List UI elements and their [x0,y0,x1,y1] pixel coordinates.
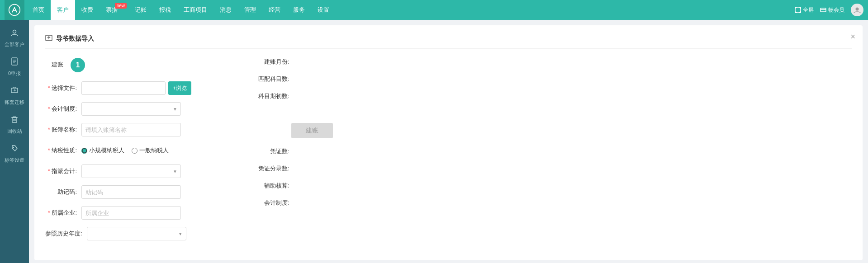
reference-year-select-wrap: ▼ [87,227,186,240]
radio-small-scale-label: 小规模纳税人 [89,146,124,155]
sidebar-item-recycle[interactable]: 回收站 [0,110,29,139]
aux-code-input[interactable] [81,185,181,199]
right-accounting-system-label: 会计制度: [253,199,294,207]
logo[interactable] [5,0,24,20]
tag-icon [10,144,19,155]
initial-subjects-row: 科目期初数: [253,92,371,100]
top-nav: 首页 客户 收费 票据 new 记账 报税 工商项目 消息 管理 经营 服务 设… [0,0,868,20]
step-label: 建账 [45,58,63,69]
voucher-count-row: 凭证数: [253,147,371,155]
nav-operation[interactable]: 经营 [262,0,287,20]
form-right: 建账月份: 匹配科目数: 科目期初数: 建账 [235,58,371,248]
aux-code-label: 助记码: [45,188,81,196]
member-label: 畅会员 [828,6,844,14]
import-card: 导爷数据导入 × 建账 1 选择文件: [34,25,863,260]
voucher-entries-label: 凭证分录数: [253,164,294,173]
svg-point-0 [9,5,20,16]
setup-month-label: 建账月份: [253,58,294,66]
voucher-entries-row: 凭证分录数: [253,164,371,173]
ledger-name-label: 账簿名称: [45,126,81,134]
right-accounting-system-row: 会计制度: [253,199,371,207]
nav-bookkeeping[interactable]: 记账 [128,0,153,20]
svg-point-8 [13,147,14,148]
accounting-system-select[interactable] [81,102,181,116]
svg-point-3 [856,8,859,11]
radio-small-scale[interactable]: 小规模纳税人 [81,146,124,155]
all-customers-icon [10,28,19,39]
sidebar: 全部客户 0申报 账套迁移 [0,20,29,263]
svg-rect-2 [821,8,826,12]
aux-accounting-label: 辅助核算: [253,182,294,190]
radio-general-label: 一般纳税人 [139,146,169,155]
nav-home[interactable]: 首页 [26,0,51,20]
new-badge: new [115,3,127,9]
radio-general[interactable]: 一般纳税人 [132,146,169,155]
nav-invoice[interactable]: 票据 new [100,0,128,20]
ledger-name-input[interactable] [81,123,181,136]
tax-type-row: 纳税性质: 小规模纳税人 一般纳税人 [45,144,235,157]
nav-settings[interactable]: 设置 [311,0,336,20]
sidebar-item-tag-settings[interactable]: 标签设置 [0,139,29,168]
aux-accounting-row: 辅助核算: [253,182,371,190]
file-input-group: +浏览 [81,81,181,95]
accounting-system-row: 会计制度: ▼ [45,102,235,116]
fullscreen-label: 全屏 [803,6,814,14]
form-rows: 选择文件: +浏览 会计制度: [45,81,235,240]
voucher-count-label: 凭证数: [253,147,294,155]
recycle-icon [10,115,19,126]
migrate-icon [10,86,19,97]
tax-type-radio-group: 小规模纳税人 一般纳税人 [81,144,169,157]
affiliated-company-row: 所属企业: [45,206,235,220]
fullscreen-btn[interactable]: 全屏 [795,6,814,14]
card-title: 导爷数据导入 [56,35,94,43]
close-button[interactable]: × [850,33,855,41]
tax-type-label: 纳税性质: [45,146,81,155]
file-text-input[interactable] [81,81,166,95]
affiliated-company-input[interactable] [81,206,181,220]
build-account-button[interactable]: 建账 [291,123,333,138]
reference-year-label: 参照历史年度: [45,230,87,238]
nav-customer[interactable]: 客户 [51,0,75,20]
step-container: 建账 1 [45,58,235,72]
avatar[interactable] [851,4,863,16]
assign-accountant-label: 指派会计: [45,167,81,175]
browse-button[interactable]: +浏览 [168,81,191,95]
sidebar-tag-label: 标签设置 [5,157,24,164]
nav-business[interactable]: 工商项目 [177,0,213,20]
sidebar-item-zero-declare[interactable]: 0申报 [0,52,29,81]
sidebar-zero-declare-label: 0申报 [8,70,21,77]
match-subjects-label: 匹配科目数: [253,75,294,83]
ledger-name-row: 账簿名称: [45,123,235,136]
assign-accountant-row: 指派会计: ▼ [45,164,235,178]
reference-year-row: 参照历史年度: ▼ [45,227,235,240]
nav-right: 全屏 畅会员 [795,4,863,16]
nav-tax[interactable]: 报税 [153,0,177,20]
radio-general-input[interactable] [132,148,138,154]
card-header: 导爷数据导入 [45,34,852,49]
zero-declare-icon [10,57,19,68]
nav-service[interactable]: 服务 [287,0,311,20]
initial-subjects-label: 科目期初数: [253,92,294,100]
import-icon [45,34,52,43]
file-label: 选择文件: [45,84,81,92]
setup-month-row: 建账月份: [253,58,371,66]
sidebar-item-migrate[interactable]: 账套迁移 [0,81,29,110]
layout: 全部客户 0申报 账套迁移 [0,20,868,263]
accounting-system-select-wrap: ▼ [81,102,181,116]
nav-items: 首页 客户 收费 票据 new 记账 报税 工商项目 消息 管理 经营 服务 设… [26,0,336,20]
nav-manage[interactable]: 管理 [238,0,262,20]
accounting-system-label: 会计制度: [45,105,81,113]
nav-billing[interactable]: 收费 [75,0,100,20]
svg-rect-1 [795,7,801,13]
sidebar-all-customers-label: 全部客户 [5,41,24,48]
affiliated-company-label: 所属企业: [45,209,81,217]
reference-year-select[interactable] [87,227,186,240]
match-subjects-row: 匹配科目数: [253,75,371,83]
form-area: 建账 1 选择文件: +浏览 [45,58,852,248]
sidebar-item-all-customers[interactable]: 全部客户 [0,23,29,52]
member-btn[interactable]: 畅会员 [820,6,844,14]
form-left: 建账 1 选择文件: +浏览 [45,58,235,248]
nav-message[interactable]: 消息 [213,0,238,20]
assign-accountant-select[interactable] [81,164,181,178]
radio-small-scale-input[interactable] [81,148,87,154]
